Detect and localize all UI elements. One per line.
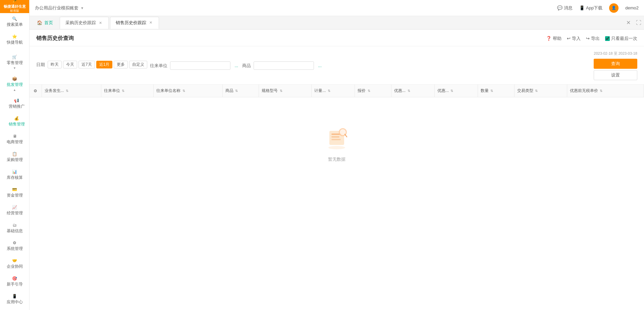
sidebar-item-marketing[interactable]: 📢 营销推广 bbox=[4, 95, 29, 113]
sidebar-label: 企业协同 bbox=[7, 264, 23, 269]
close-window-icon[interactable]: ✕ bbox=[625, 18, 632, 27]
date-label: 日期 bbox=[36, 62, 45, 68]
sidebar-label: 搜索菜单 bbox=[7, 22, 23, 28]
sidebar-item-apps[interactable]: 📱 应用中心 bbox=[0, 291, 29, 308]
col-partner-code-label: 往来单位 bbox=[104, 88, 120, 93]
logo-text-line1: 畅捷通好生意 bbox=[4, 4, 26, 9]
goods-field: 商品 ... bbox=[242, 61, 323, 70]
user-avatar[interactable]: 👤 bbox=[609, 3, 619, 13]
col-biz-date[interactable]: 业务发生... ⇅ bbox=[42, 85, 101, 97]
sidebar-item-enterprise[interactable]: 🤝 企业协同 bbox=[0, 255, 29, 273]
sort-icon-qty: ⇅ bbox=[490, 89, 493, 93]
sidebar-item-quick-nav[interactable]: ⭐ 快捷导航 bbox=[0, 31, 29, 49]
col-discount1[interactable]: 优惠... ⇅ bbox=[391, 85, 435, 97]
finance-icon: 💳 bbox=[12, 187, 17, 192]
col-quote[interactable]: 报价 ⇅ bbox=[355, 85, 391, 97]
goods-label: 商品 bbox=[242, 63, 251, 69]
export-btn[interactable]: ↪ 导出 bbox=[586, 36, 600, 42]
import-btn[interactable]: ↩ 导入 bbox=[567, 36, 581, 42]
col-discount2[interactable]: 优惠... ⇅ bbox=[435, 85, 478, 97]
col-qty[interactable]: 数量 ⇅ bbox=[478, 85, 515, 97]
date-7days-btn[interactable]: 近7天 bbox=[78, 61, 95, 68]
search-area: 日期 昨天 今天 近7天 近1月 更多 自定义 往来单位 ... bbox=[30, 46, 644, 85]
sidebar-item-search-menu[interactable]: 🔍 搜索菜单 bbox=[0, 13, 29, 31]
sidebar-item-ecom[interactable]: 🖥 电商管理 bbox=[0, 131, 29, 148]
sort-icon-partner-code: ⇅ bbox=[122, 89, 124, 93]
app-download-icon: 📱 bbox=[579, 5, 585, 10]
tab-home[interactable]: 🏠 首页 bbox=[32, 17, 58, 29]
sidebar-item-system[interactable]: ⚙ 系统管理 bbox=[0, 237, 29, 255]
chevron-up-icon: ▲ bbox=[13, 88, 16, 92]
app-logo[interactable]: 🍊 畅捷通好生意 标准版 bbox=[0, 0, 29, 13]
sidebar-label: 营销推广 bbox=[9, 104, 25, 109]
tabs-actions: ✕ ⛶ bbox=[625, 18, 643, 27]
sidebar-item-operations[interactable]: 📈 经营管理 bbox=[0, 202, 29, 219]
partner-dots-btn[interactable]: ... bbox=[233, 63, 239, 68]
date-today-btn[interactable]: 今天 bbox=[63, 61, 77, 68]
tab-purchase-history[interactable]: 采购历史价跟踪 ✕ bbox=[60, 17, 109, 29]
goods-dots-btn[interactable]: ... bbox=[317, 63, 323, 68]
sort-icon-no-tax-price: ⇅ bbox=[600, 89, 602, 93]
quick-nav-icon: ⭐ bbox=[12, 34, 17, 39]
only-last-checkbox-area[interactable]: 只看最后一次 bbox=[605, 36, 637, 42]
sidebar-label: 新手引导 bbox=[7, 281, 23, 287]
col-trade-type[interactable]: 交易类型 ⇅ bbox=[514, 85, 567, 97]
user-name[interactable]: demo2 bbox=[625, 5, 639, 10]
topbar-right: 💬 消息 📱 App下载 👤 demo2 bbox=[557, 3, 639, 13]
col-partner-code[interactable]: 往来单位 ⇅ bbox=[101, 85, 154, 97]
search-menu-icon: 🔍 bbox=[12, 16, 17, 21]
sidebar-item-sales-mgmt[interactable]: 💰 销售管理 bbox=[4, 113, 29, 131]
date-yesterday-btn[interactable]: 昨天 bbox=[48, 61, 62, 68]
col-biz-date-label: 业务发生... bbox=[45, 88, 64, 93]
retail-icon: 🛒 bbox=[12, 55, 17, 59]
maximize-icon[interactable]: ⛶ bbox=[635, 18, 643, 27]
app-download-btn[interactable]: 📱 App下载 bbox=[579, 5, 602, 11]
system-icon: ⚙ bbox=[13, 241, 16, 245]
col-unit[interactable]: 计量... ⇅ bbox=[312, 85, 355, 97]
sort-icon-biz-date: ⇅ bbox=[66, 89, 68, 93]
date-more-btn[interactable]: 更多 bbox=[114, 61, 128, 68]
sidebar-item-retail[interactable]: 🛒 零售管理 ▼ bbox=[0, 51, 29, 73]
tab-sales-label: 销售历史价跟踪 bbox=[116, 20, 146, 26]
settings-btn[interactable]: 设置 bbox=[594, 70, 637, 80]
sidebar-item-purchase[interactable]: 📋 采购管理 bbox=[0, 148, 29, 166]
logo-text-line2: 标准版 bbox=[10, 9, 19, 13]
dropdown-arrow-icon[interactable]: ▾ bbox=[81, 6, 83, 10]
avatar-image: 👤 bbox=[611, 6, 616, 10]
page-title: 销售历史价查询 bbox=[36, 35, 74, 42]
date-1month-btn[interactable]: 近1月 bbox=[96, 61, 113, 68]
col-goods[interactable]: 商品 ⇅ bbox=[222, 85, 259, 97]
col-partner-name[interactable]: 往来单位名称 ⇅ bbox=[154, 85, 222, 97]
message-btn[interactable]: 💬 消息 bbox=[557, 5, 573, 11]
tab-purchase-label: 采购历史价跟踪 bbox=[65, 20, 96, 26]
partner-field: 往来单位 ... bbox=[150, 61, 239, 70]
enterprise-icon: 🤝 bbox=[12, 258, 17, 263]
help-btn[interactable]: ❓ 帮助 bbox=[546, 36, 561, 42]
sidebar-item-inventory[interactable]: 📊 库存核算 bbox=[0, 166, 29, 184]
col-settings[interactable]: ⚙ bbox=[30, 85, 42, 97]
inventory-icon: 📊 bbox=[12, 169, 17, 174]
sidebar-item-wholesale[interactable]: 📦 批发管理 ▲ bbox=[0, 73, 29, 95]
sidebar-item-finance[interactable]: 💳 资金管理 bbox=[0, 184, 29, 202]
col-no-tax-price[interactable]: 优惠前无税单价 ⇅ bbox=[567, 85, 644, 97]
partner-input[interactable] bbox=[170, 61, 230, 70]
logo-icon: 🍊 bbox=[12, 0, 17, 4]
marketing-icon: 📢 bbox=[14, 98, 19, 103]
chevron-down-icon: ▼ bbox=[13, 66, 16, 70]
sidebar-item-wechat[interactable]: 💬 企业微信 bbox=[0, 308, 29, 310]
sidebar-label: 批发管理 bbox=[7, 82, 23, 88]
sidebar-item-newbie[interactable]: 🎯 新手引导 bbox=[0, 273, 29, 291]
tab-sales-close-icon[interactable]: ✕ bbox=[148, 20, 153, 25]
goods-input[interactable] bbox=[254, 61, 314, 70]
tab-purchase-close-icon[interactable]: ✕ bbox=[98, 20, 103, 25]
col-spec[interactable]: 规格型号 ⇅ bbox=[259, 85, 312, 97]
sort-icon-partner-name: ⇅ bbox=[182, 89, 185, 93]
svg-rect-3 bbox=[331, 136, 339, 138]
date-custom-btn[interactable]: 自定义 bbox=[129, 61, 147, 68]
only-last-checkbox[interactable] bbox=[605, 36, 610, 41]
tab-sales-history[interactable]: 销售历史价跟踪 ✕ bbox=[110, 17, 159, 29]
query-btn[interactable]: 查询 bbox=[594, 59, 637, 69]
svg-rect-4 bbox=[331, 139, 341, 140]
sidebar-item-basic-info[interactable]: 🗂 基础信息 bbox=[0, 219, 29, 237]
sort-icon-goods: ⇅ bbox=[235, 89, 238, 93]
